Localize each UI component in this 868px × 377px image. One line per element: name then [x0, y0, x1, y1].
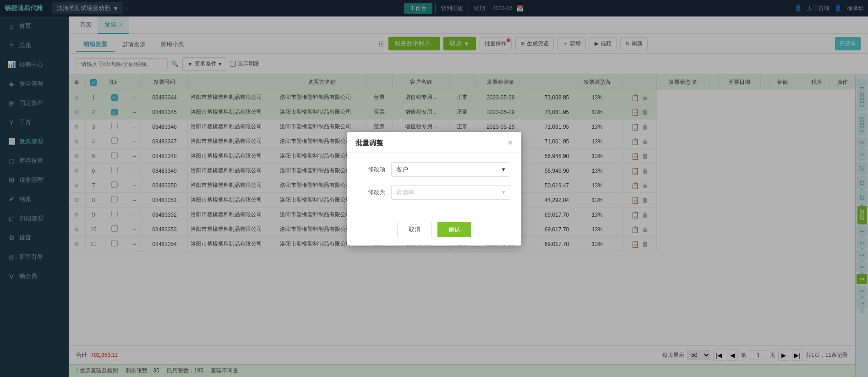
- modal-overlay: 批量调整 × 修改项 客户 ▾ 修改为 请选择 ▾ 取消 确认: [0, 0, 868, 377]
- modal-header: 批量调整 ×: [347, 132, 521, 153]
- chevron-down-icon: ▾: [502, 166, 505, 173]
- modal-value-select[interactable]: 请选择 ▾: [391, 185, 510, 200]
- modal-footer: 取消 确认: [347, 217, 521, 246]
- modal-value-label: 修改为: [358, 188, 386, 197]
- cancel-button[interactable]: 取消: [397, 222, 432, 237]
- modal-field-value: 客户: [396, 165, 408, 174]
- modal-title: 批量调整: [355, 139, 383, 148]
- confirm-button[interactable]: 确认: [437, 222, 471, 237]
- modal-value-row: 修改为 请选择 ▾: [358, 185, 510, 200]
- chevron-down-icon2: ▾: [502, 189, 505, 196]
- modal-field-label: 修改项: [358, 165, 386, 174]
- batch-adjust-modal: 批量调整 × 修改项 客户 ▾ 修改为 请选择 ▾ 取消 确认: [347, 132, 521, 246]
- modal-value-placeholder: 请选择: [396, 188, 414, 197]
- modal-field-row: 修改项 客户 ▾: [358, 162, 510, 177]
- modal-field-select[interactable]: 客户 ▾: [391, 162, 510, 177]
- modal-body: 修改项 客户 ▾ 修改为 请选择 ▾: [347, 153, 521, 217]
- modal-close-icon[interactable]: ×: [508, 138, 513, 148]
